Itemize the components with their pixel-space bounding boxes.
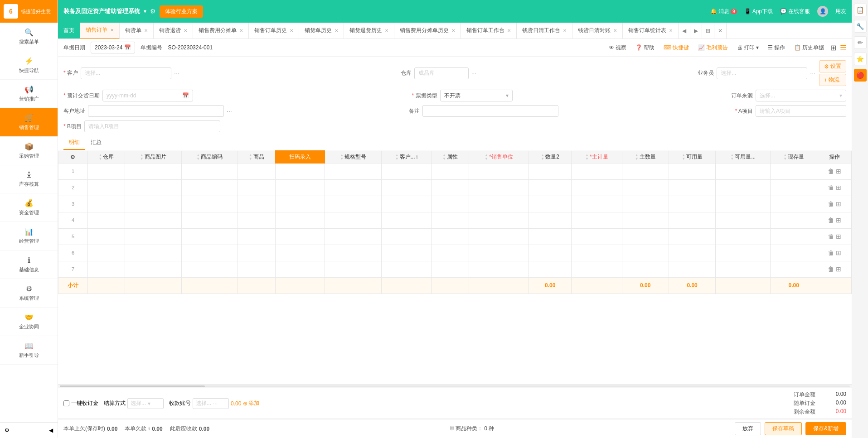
table-row[interactable]: 5🗑⊞ bbox=[58, 228, 852, 245]
delete-icon[interactable]: 🗑 bbox=[828, 233, 834, 240]
invoice-type-select[interactable]: 不开票 ▾ bbox=[440, 90, 513, 101]
sidebar-item-营销推广[interactable]: 📢营销推广 bbox=[0, 80, 58, 108]
table-cell[interactable] bbox=[325, 179, 381, 196]
table-cell[interactable] bbox=[87, 245, 125, 261]
settings-gear-icon[interactable]: ⚙ bbox=[5, 427, 10, 433]
table-cell[interactable] bbox=[125, 179, 181, 196]
row-action-cell[interactable]: 🗑⊞ bbox=[817, 261, 852, 277]
table-row[interactable]: 7🗑⊞ bbox=[58, 261, 852, 277]
delete-icon[interactable]: 🗑 bbox=[828, 184, 834, 191]
delivery-calendar-icon[interactable]: 📅 bbox=[182, 92, 189, 99]
table-cell[interactable] bbox=[529, 245, 572, 261]
table-cell[interactable] bbox=[771, 179, 817, 196]
table-cell[interactable] bbox=[325, 245, 381, 261]
table-cell[interactable] bbox=[669, 212, 715, 228]
account-more-icon[interactable]: ··· bbox=[213, 400, 218, 407]
customer-more-icon[interactable]: ··· bbox=[174, 70, 179, 77]
tab-order-workbench-close[interactable]: ✕ bbox=[507, 28, 511, 33]
table-cell[interactable] bbox=[381, 179, 431, 196]
table-cell[interactable] bbox=[432, 212, 469, 228]
rp-settings-icon[interactable]: 🔧 bbox=[854, 20, 867, 33]
col-warehouse[interactable]: ▲▼ 仓库 bbox=[87, 151, 125, 163]
table-cell[interactable] bbox=[87, 212, 125, 228]
col-current[interactable]: ▲▼ 现存量 bbox=[771, 151, 817, 163]
table-cell[interactable] bbox=[381, 261, 431, 277]
tab-more-btn[interactable]: ⊞ bbox=[702, 23, 714, 39]
account-select[interactable]: 选择... ··· bbox=[193, 398, 229, 409]
tab-sales-return-close[interactable]: ✕ bbox=[184, 28, 187, 33]
col-customer-code[interactable]: ▲▼ 客户... ℹ bbox=[381, 151, 431, 163]
delete-icon[interactable]: 🗑 bbox=[828, 168, 834, 175]
col-main-unit[interactable]: ▲▼ *主计量 bbox=[572, 151, 622, 163]
table-cell[interactable] bbox=[432, 245, 469, 261]
payment-dropdown-icon[interactable]: ▾ bbox=[148, 400, 150, 407]
tab-next-btn[interactable]: ▶ bbox=[690, 23, 702, 39]
tab-daily-workbench[interactable]: 钱货日清工作台 ✕ bbox=[517, 23, 572, 39]
table-cell[interactable] bbox=[125, 261, 181, 277]
collapse-sidebar-btn[interactable]: ◀ bbox=[49, 427, 53, 433]
table-cell[interactable] bbox=[716, 261, 771, 277]
delete-icon[interactable]: 🗑 bbox=[828, 217, 834, 224]
tab-prev-btn[interactable]: ◀ bbox=[679, 23, 690, 39]
user-name[interactable]: 用友 bbox=[835, 8, 846, 15]
table-cell[interactable] bbox=[669, 261, 715, 277]
sidebar-item-搜索菜单[interactable]: 🔍搜索菜单 bbox=[0, 23, 58, 51]
table-cell[interactable] bbox=[181, 245, 238, 261]
grid-view-icon[interactable]: ⊞ bbox=[830, 43, 836, 52]
table-cell[interactable] bbox=[276, 245, 325, 261]
table-cell[interactable] bbox=[716, 196, 771, 212]
date-input[interactable]: 2023-03-24 📅 bbox=[91, 42, 135, 53]
col-code[interactable]: ▲▼ 商品编码 bbox=[181, 151, 238, 163]
table-scrollbar[interactable] bbox=[58, 384, 852, 388]
rp-alert-icon[interactable]: 🔴 bbox=[854, 69, 867, 82]
customer-input[interactable]: 选择... bbox=[81, 67, 171, 79]
col-settings-icon[interactable]: ⚙ bbox=[70, 154, 75, 160]
table-cell[interactable] bbox=[238, 212, 275, 228]
table-cell[interactable] bbox=[572, 245, 622, 261]
list-view-icon[interactable]: ☰ bbox=[840, 43, 846, 52]
table-cell[interactable] bbox=[87, 228, 125, 245]
delete-icon[interactable]: 🗑 bbox=[828, 249, 834, 256]
table-cell[interactable] bbox=[87, 196, 125, 212]
copy-icon[interactable]: ⊞ bbox=[836, 233, 841, 240]
table-cell[interactable] bbox=[432, 228, 469, 245]
table-cell[interactable] bbox=[87, 261, 125, 277]
save-draft-button[interactable]: 保存草稿 bbox=[765, 422, 802, 435]
table-cell[interactable] bbox=[469, 261, 529, 277]
sidebar-item-新手引导[interactable]: 📖新手引导 bbox=[0, 336, 58, 365]
tab-order-history[interactable]: 销售订单历史 ✕ bbox=[249, 23, 299, 39]
sub-tab-summary[interactable]: 汇总 bbox=[85, 136, 107, 150]
table-row[interactable]: 3🗑⊞ bbox=[58, 196, 852, 212]
tab-sales-goods[interactable]: 销货单 ✕ bbox=[120, 23, 154, 39]
col-product[interactable]: ▲▼ 商品 bbox=[238, 151, 275, 163]
table-cell[interactable] bbox=[771, 228, 817, 245]
table-cell[interactable] bbox=[622, 179, 669, 196]
message-icon-btn[interactable]: 🔔 消息 9 bbox=[710, 8, 737, 15]
table-cell[interactable] bbox=[325, 212, 381, 228]
row-action-cell[interactable]: 🗑⊞ bbox=[817, 212, 852, 228]
copy-icon[interactable]: ⊞ bbox=[836, 200, 841, 207]
table-cell[interactable] bbox=[181, 212, 238, 228]
table-cell[interactable] bbox=[716, 245, 771, 261]
col-settings[interactable]: ⚙ bbox=[58, 151, 88, 163]
col-unit[interactable]: ▲▼ *销售单位 bbox=[469, 151, 529, 163]
table-row[interactable]: 4🗑⊞ bbox=[58, 212, 852, 228]
col-ccode-info-icon[interactable]: ℹ bbox=[416, 154, 418, 159]
sidebar-item-经营管理[interactable]: 📊经营管理 bbox=[0, 222, 58, 250]
add-btn[interactable]: ⊕ 添加 bbox=[243, 399, 259, 407]
table-cell[interactable] bbox=[325, 228, 381, 245]
tab-close-all-btn[interactable]: ✕ bbox=[714, 23, 727, 39]
table-cell[interactable] bbox=[529, 228, 572, 245]
col-spec[interactable]: ▲▼ 规格型号 bbox=[325, 151, 381, 163]
industry-solution-button[interactable]: 体验行业方案 bbox=[160, 5, 203, 18]
help-btn[interactable]: ❓ 帮助 bbox=[633, 43, 657, 53]
rp-edit-icon[interactable]: ✏ bbox=[854, 36, 867, 49]
row-action-cell[interactable]: 🗑⊞ bbox=[817, 245, 852, 261]
address-more-icon[interactable]: ··· bbox=[227, 107, 232, 115]
table-cell[interactable] bbox=[622, 245, 669, 261]
table-cell[interactable] bbox=[669, 179, 715, 196]
tab-expense-history-close[interactable]: ✕ bbox=[451, 28, 455, 33]
table-cell[interactable] bbox=[238, 163, 275, 179]
sidebar-item-基础信息[interactable]: ℹ基础信息 bbox=[0, 250, 58, 279]
col-avail2[interactable]: ▲▼ 可用量... bbox=[716, 151, 771, 163]
